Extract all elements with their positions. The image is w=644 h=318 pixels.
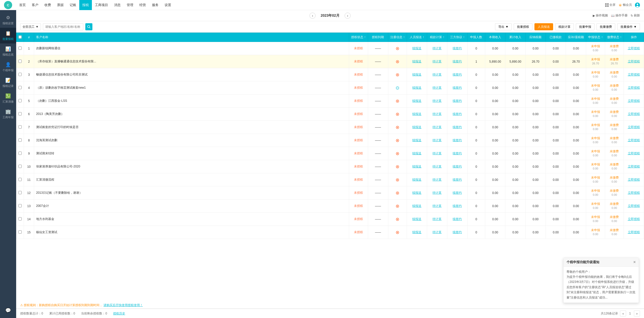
sanfang-link[interactable]: 续签约 [453, 112, 462, 116]
rensong-link[interactable]: 续报送 [412, 217, 421, 221]
row-checkbox[interactable] [18, 230, 22, 234]
header-tax-diff[interactable]: 应补/退税额 [566, 33, 586, 42]
sanfang-link[interactable]: 续签约 [453, 138, 462, 142]
nav-manage[interactable]: 管理 [124, 0, 136, 10]
prev-page-btn[interactable]: ‹ [620, 310, 626, 316]
rensong-link[interactable]: 续报送 [412, 112, 421, 116]
rensong-link[interactable]: 续报送 [412, 152, 421, 155]
sanfang-link[interactable]: 续签约 [453, 86, 462, 89]
jisuan-link[interactable]: 待计算 [432, 165, 442, 168]
header-fee-status[interactable]: 缴费状态 ↑ [605, 33, 624, 42]
jisuan-link[interactable]: 待计算 [432, 178, 442, 181]
rensong-link[interactable]: 续报送 [412, 125, 421, 129]
batch-report-btn[interactable]: 批量申报 [576, 23, 595, 30]
jisuan-link[interactable]: 待计算 [432, 99, 442, 103]
operation-video-btn[interactable]: ▶ 操作视频 [593, 13, 608, 18]
action-link[interactable]: 立即授权 [628, 46, 640, 50]
jisuan-link[interactable]: 待计算 [432, 60, 442, 63]
rensong-link[interactable]: 续报送 [412, 165, 421, 168]
action-link[interactable]: 立即授权 [628, 60, 640, 63]
sanfang-link[interactable]: 续签约 [453, 178, 462, 181]
action-link[interactable]: 立即授权 [628, 73, 640, 76]
select-all-checkbox[interactable] [18, 35, 22, 39]
sidebar-item-tax-settings[interactable]: ⚙ 报税设置 [0, 12, 16, 28]
header-shenren-num[interactable]: 申报人数 [467, 33, 485, 42]
operation-manual-btn[interactable]: 📖 操作手册 [611, 13, 628, 18]
action-link[interactable]: 立即授权 [628, 191, 640, 194]
nav-business[interactable]: 工商项目 [92, 0, 111, 10]
header-tax-paid[interactable]: 已缴税款 [546, 33, 566, 42]
rensong-link[interactable]: 续报送 [412, 191, 421, 194]
nav-operations[interactable]: 经营 [136, 0, 149, 10]
next-page-btn[interactable]: › [634, 310, 640, 316]
nav-billing[interactable]: 收费 [41, 0, 54, 10]
action-link[interactable]: 立即授权 [628, 138, 640, 142]
jisuan-link[interactable]: 待计算 [432, 204, 442, 208]
sanfang-link[interactable]: 续签约 [453, 165, 462, 168]
action-link[interactable]: 立即授权 [628, 86, 640, 89]
action-link[interactable]: 立即授权 [628, 152, 640, 155]
rensong-link[interactable]: 续报送 [412, 99, 421, 103]
sanfang-link[interactable]: 续签约 [453, 99, 462, 103]
row-checkbox[interactable] [18, 138, 22, 142]
header-jisuan[interactable]: 税款计算 ↑ [427, 33, 447, 42]
rensong-link[interactable]: 续报送 [412, 178, 421, 181]
sanfang-link[interactable]: 续签约 [453, 191, 462, 194]
jisuan-link[interactable]: 待计算 [432, 125, 442, 129]
employee-select[interactable]: 全部员工 ▼ [20, 23, 41, 30]
prev-month-btn[interactable]: ‹ [310, 13, 316, 19]
nav-invoice[interactable]: 票据 [54, 0, 67, 10]
jisuan-link[interactable]: 待计算 [432, 217, 442, 221]
sidebar-item-tax-records[interactable]: 📝 报税记录 [0, 75, 16, 90]
next-month-btn[interactable]: › [345, 13, 351, 19]
rensong-link[interactable]: 续报送 [412, 204, 421, 208]
nav-service[interactable]: 服务 [149, 0, 162, 10]
row-checkbox[interactable] [18, 165, 22, 168]
jisuan-link[interactable]: 待计算 [432, 112, 442, 116]
notification-close-btn[interactable]: × [633, 260, 636, 264]
row-checkbox[interactable] [18, 73, 22, 76]
header-report-status[interactable]: 申报状态 ↑ [586, 33, 605, 42]
row-checkbox[interactable] [18, 46, 22, 50]
fullscreen-btn[interactable]: 全屏 [605, 3, 615, 7]
tax-calc-btn[interactable]: 税款计算 [555, 23, 574, 30]
header-period-income[interactable]: 本期收入 [485, 33, 505, 42]
sanfang-link[interactable]: 续签约 [453, 204, 462, 208]
row-checkbox[interactable] [18, 125, 22, 129]
rensong-link[interactable]: 续报送 [412, 73, 421, 76]
auth-history-link[interactable]: 授权历史 [113, 311, 125, 316]
header-name[interactable]: 客户名称 [34, 33, 349, 42]
row-checkbox[interactable] [18, 191, 22, 194]
sanfang-link[interactable]: 续签约 [453, 60, 462, 63]
row-checkbox[interactable] [18, 217, 22, 221]
row-checkbox[interactable] [18, 204, 22, 207]
action-link[interactable]: 立即授权 [628, 204, 640, 208]
jisuan-link[interactable]: 待计算 [432, 230, 442, 234]
search-input[interactable] [43, 23, 83, 30]
row-checkbox[interactable] [18, 152, 22, 155]
jisuan-link[interactable]: 待计算 [432, 86, 442, 89]
action-link[interactable]: 立即授权 [628, 125, 640, 129]
sidebar-item-annual-report[interactable]: 🏢 工商年报 [0, 106, 16, 122]
action-link[interactable]: 立即授权 [628, 230, 640, 234]
action-link[interactable]: 立即授权 [628, 165, 640, 168]
row-checkbox[interactable] [18, 178, 22, 181]
warning-link[interactable]: 请购买后尽快使用授权使用！ [104, 303, 143, 307]
nav-home[interactable]: 首页 [16, 0, 29, 10]
row-checkbox[interactable] [18, 60, 22, 63]
header-auth-status[interactable]: 授权状态 ↑ [349, 33, 368, 42]
header-sanfang[interactable]: 三方协议 ↑ [447, 33, 467, 42]
rensong-link[interactable]: 续报送 [412, 138, 421, 142]
sanfang-link[interactable]: 续签约 [453, 230, 462, 234]
nav-bookkeeping[interactable]: 记账 [67, 0, 79, 10]
nav-message[interactable]: 消息 [111, 0, 124, 10]
nav-settings[interactable]: 设置 [162, 0, 174, 10]
sanfang-link[interactable]: 续签约 [453, 217, 462, 221]
rensong-link[interactable]: 续报送 [412, 60, 421, 63]
action-link[interactable]: 立即授权 [628, 99, 640, 103]
rensong-btn[interactable]: 人员报送 [534, 23, 553, 30]
jisuan-link[interactable]: 待计算 [432, 138, 442, 142]
sidebar-item-tax-overview[interactable]: 📊 报税总览 [0, 43, 16, 59]
rensong-link[interactable]: 续报送 [412, 46, 421, 50]
refresh-btn[interactable]: ↻ 刷新 [631, 13, 640, 18]
